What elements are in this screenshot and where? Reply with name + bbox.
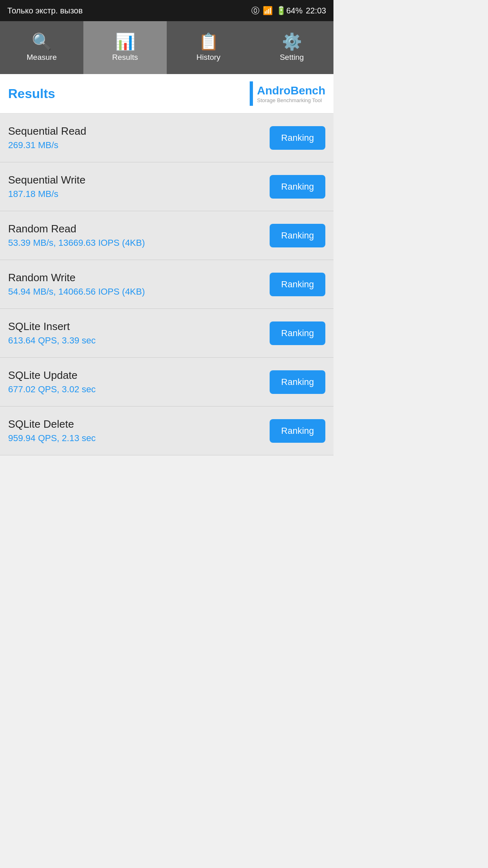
nfc-icon: ⓪ [251, 5, 259, 16]
clock: 22:03 [306, 6, 326, 15]
logo-text-block: AndroBench Storage Benchmarking Tool [257, 84, 325, 103]
benchmark-name-4: SQLite Insert [8, 320, 270, 333]
benchmark-item: SQLite Insert 613.64 QPS, 3.39 sec Ranki… [0, 309, 333, 358]
benchmark-name-0: Sequential Read [8, 125, 270, 138]
benchmark-item: SQLite Update 677.02 QPS, 3.02 sec Ranki… [0, 358, 333, 407]
tab-setting-label: Setting [280, 53, 304, 62]
status-carrier: Только экстр. вызов [7, 6, 83, 15]
benchmark-item: Random Write 54.94 MB/s, 14066.56 IOPS (… [0, 260, 333, 309]
benchmark-item: Sequential Write 187.18 MB/s Ranking [0, 162, 333, 211]
benchmark-list: Sequential Read 269.31 MB/s Ranking Sequ… [0, 114, 333, 455]
ranking-button-2[interactable]: Ranking [270, 224, 325, 247]
benchmark-info-0: Sequential Read 269.31 MB/s [8, 125, 270, 151]
benchmark-value-6: 959.94 QPS, 2.13 sec [8, 433, 270, 444]
tab-bar: 🔍 Measure 📊 Results 📋 History ⚙️ Setting [0, 21, 333, 74]
tab-setting[interactable]: ⚙️ Setting [250, 21, 333, 74]
benchmark-name-2: Random Read [8, 223, 270, 235]
tab-measure-label: Measure [27, 53, 57, 62]
benchmark-name-1: Sequential Write [8, 174, 270, 186]
page-title: Results [8, 86, 55, 101]
results-header: Results AndroBench Storage Benchmarking … [0, 74, 333, 114]
ranking-button-0[interactable]: Ranking [270, 126, 325, 150]
logo-bench: Bench [290, 84, 325, 97]
logo-andro: Andro [257, 84, 290, 97]
benchmark-info-4: SQLite Insert 613.64 QPS, 3.39 sec [8, 320, 270, 346]
tab-results[interactable]: 📊 Results [83, 21, 167, 74]
measure-icon: 🔍 [32, 33, 52, 50]
ranking-button-1[interactable]: Ranking [270, 175, 325, 199]
benchmark-value-2: 53.39 MB/s, 13669.63 IOPS (4KB) [8, 238, 270, 248]
benchmark-name-6: SQLite Delete [8, 418, 270, 431]
benchmark-value-3: 54.94 MB/s, 14066.56 IOPS (4KB) [8, 286, 270, 297]
logo-sub-text: Storage Benchmarking Tool [257, 97, 325, 103]
logo-main-text: AndroBench [257, 84, 325, 97]
ranking-button-5[interactable]: Ranking [270, 370, 325, 394]
setting-icon: ⚙️ [282, 33, 302, 50]
benchmark-item: SQLite Delete 959.94 QPS, 2.13 sec Ranki… [0, 407, 333, 455]
logo-bar-accent [250, 81, 253, 106]
signal-icon: 📶 [263, 6, 273, 15]
benchmark-info-3: Random Write 54.94 MB/s, 14066.56 IOPS (… [8, 271, 270, 297]
benchmark-item: Random Read 53.39 MB/s, 13669.63 IOPS (4… [0, 211, 333, 260]
benchmark-value-5: 677.02 QPS, 3.02 sec [8, 384, 270, 395]
benchmark-name-3: Random Write [8, 271, 270, 284]
history-icon: 📋 [198, 33, 219, 50]
benchmark-value-1: 187.18 MB/s [8, 189, 270, 199]
benchmark-info-6: SQLite Delete 959.94 QPS, 2.13 sec [8, 418, 270, 444]
benchmark-info-5: SQLite Update 677.02 QPS, 3.02 sec [8, 369, 270, 395]
tab-measure[interactable]: 🔍 Measure [0, 21, 83, 74]
benchmark-info-2: Random Read 53.39 MB/s, 13669.63 IOPS (4… [8, 223, 270, 248]
benchmark-name-5: SQLite Update [8, 369, 270, 382]
benchmark-value-0: 269.31 MB/s [8, 140, 270, 151]
androbench-logo: AndroBench Storage Benchmarking Tool [250, 81, 325, 106]
status-bar: Только экстр. вызов ⓪ 📶 🔋64% 22:03 [0, 0, 333, 21]
ranking-button-3[interactable]: Ranking [270, 273, 325, 296]
ranking-button-4[interactable]: Ranking [270, 321, 325, 345]
results-icon: 📊 [115, 33, 135, 50]
benchmark-info-1: Sequential Write 187.18 MB/s [8, 174, 270, 199]
status-right: ⓪ 📶 🔋64% 22:03 [251, 5, 326, 16]
tab-history[interactable]: 📋 History [167, 21, 250, 74]
benchmark-item: Sequential Read 269.31 MB/s Ranking [0, 114, 333, 162]
ranking-button-6[interactable]: Ranking [270, 419, 325, 443]
tab-results-label: Results [112, 53, 138, 62]
benchmark-value-4: 613.64 QPS, 3.39 sec [8, 335, 270, 346]
tab-history-label: History [196, 53, 220, 62]
battery-icon: 🔋64% [276, 6, 303, 15]
